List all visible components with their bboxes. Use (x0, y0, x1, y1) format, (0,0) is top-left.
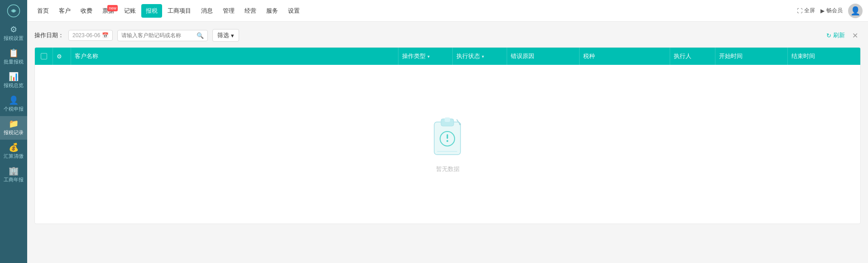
batch-tax-label: 批量报税 (4, 58, 24, 65)
member-button[interactable]: ▶ 畅会员 (820, 7, 843, 15)
date-picker[interactable]: 2023-06-06 📅 (68, 30, 113, 41)
th-client-name-label: 客户名称 (75, 52, 98, 60)
settings-icon[interactable]: ⚙ (57, 53, 62, 60)
search-input[interactable] (121, 32, 197, 39)
sidebar-item-personal-tax[interactable]: 👤 个税申报 (0, 93, 27, 116)
filter-button[interactable]: 筛选 ▾ (212, 29, 239, 42)
calendar-icon: 📅 (102, 32, 109, 39)
batch-tax-icon: 📋 (9, 49, 19, 57)
nav-item-services[interactable]: 服务 (262, 4, 283, 18)
refresh-button[interactable]: ↻ 刷新 (826, 31, 845, 39)
user-avatar[interactable]: 👤 (848, 4, 863, 18)
th-error-reason-label: 错误原因 (511, 52, 534, 60)
nav-item-settings[interactable]: 设置 (283, 4, 304, 18)
nav-item-accounting[interactable]: 记账 (120, 4, 140, 18)
tax-settings-icon: ⚙ (10, 25, 17, 34)
th-checkbox (35, 48, 53, 65)
personal-tax-icon: 👤 (9, 96, 19, 104)
th-executor: 执行人 (670, 48, 715, 65)
operation-type-filter-icon[interactable]: ▾ (427, 54, 430, 59)
nav-item-business[interactable]: 工商项目 (163, 4, 196, 18)
th-tax-type: 税种 (580, 48, 670, 65)
invoices-badge: new (107, 5, 118, 11)
member-label: 畅会员 (826, 7, 843, 15)
tax-settings-label: 报税设置 (4, 35, 24, 42)
table-body: 暂无数据 (35, 65, 860, 224)
main-area: 首页客户收费票据new记账报税工商项目消息管理经营服务设置 ⛶ 全屏 ▶ 畅会员… (27, 0, 868, 263)
search-icon[interactable]: 🔍 (197, 32, 204, 39)
sidebar-item-tax-settings[interactable]: ⚙ 报税设置 (0, 22, 27, 45)
th-exec-status: 执行状态 ▾ (453, 48, 507, 65)
exec-status-filter-icon[interactable]: ▾ (482, 54, 484, 59)
annual-report-icon: 🏢 (9, 167, 19, 175)
nav-item-management[interactable]: 管理 (218, 4, 239, 18)
th-operation-type-label: 操作类型 (402, 52, 426, 60)
nav-item-operations[interactable]: 经营 (240, 4, 261, 18)
sidebar-item-settlement[interactable]: 💰 汇算清缴 (0, 140, 27, 163)
nav-item-messages[interactable]: 消息 (197, 4, 217, 18)
page-content: 操作日期： 2023-06-06 📅 🔍 筛选 ▾ ↻ 刷新 (27, 22, 868, 263)
user-icon: 👤 (850, 6, 860, 16)
filter-bar: 操作日期： 2023-06-06 📅 🔍 筛选 ▾ ↻ 刷新 (34, 29, 861, 42)
video-icon: ▶ (820, 8, 825, 14)
sidebar-item-tax-overview[interactable]: 📊 报税总览 (0, 69, 27, 93)
th-executor-label: 执行人 (674, 52, 691, 60)
data-table: ⚙ 客户名称 操作类型 ▾ 执行状态 ▾ 错误原因 (34, 47, 861, 224)
date-value: 2023-06-06 (72, 32, 100, 39)
nav-item-tax[interactable]: 报税 (141, 4, 162, 18)
tax-overview-icon: 📊 (9, 73, 19, 81)
topnav-right: ⛶ 全屏 ▶ 畅会员 👤 (797, 4, 863, 18)
nav-item-invoices[interactable]: 票据new (98, 4, 119, 18)
fullscreen-icon: ⛶ (797, 8, 802, 14)
th-client-name: 客户名称 (71, 48, 398, 65)
empty-text: 暂无数据 (436, 165, 460, 173)
table-header: ⚙ 客户名称 操作类型 ▾ 执行状态 ▾ 错误原因 (35, 48, 860, 65)
fullscreen-button[interactable]: ⛶ 全屏 (797, 7, 815, 15)
nav-item-home[interactable]: 首页 (33, 4, 53, 18)
close-button[interactable]: ✕ (849, 30, 861, 41)
filter-label-text: 筛选 (217, 31, 229, 39)
th-tax-type-label: 税种 (583, 52, 595, 60)
svg-point-1 (12, 10, 15, 12)
select-all-checkbox[interactable] (41, 53, 47, 59)
svg-rect-4 (445, 117, 450, 122)
fullscreen-label: 全屏 (804, 7, 815, 15)
content-area: 操作日期： 2023-06-06 📅 🔍 筛选 ▾ ↻ 刷新 (27, 22, 868, 263)
sidebar-item-annual-report[interactable]: 🏢 工商年报 (0, 163, 27, 187)
svg-point-9 (459, 123, 461, 125)
date-label: 操作日期： (34, 31, 64, 39)
th-operation-type: 操作类型 ▾ (398, 48, 453, 65)
th-end-time: 结束时间 (788, 48, 860, 65)
th-start-time: 开始时间 (715, 48, 788, 65)
refresh-label: 刷新 (833, 31, 845, 39)
tax-overview-label: 报税总览 (4, 82, 24, 89)
sidebar: ⚙ 报税设置 📋 批量报税 📊 报税总览 👤 个税申报 📁 报税记录 💰 汇算清… (0, 0, 27, 263)
th-exec-status-label: 执行状态 (456, 52, 480, 60)
nav-item-billing[interactable]: 收费 (76, 4, 97, 18)
sidebar-logo (0, 0, 27, 22)
refresh-icon: ↻ (826, 32, 831, 39)
nav-item-customers[interactable]: 客户 (54, 4, 75, 18)
svg-rect-6 (446, 134, 448, 139)
personal-tax-label: 个税申报 (4, 106, 24, 112)
topnav: 首页客户收费票据new记账报税工商项目消息管理经营服务设置 ⛶ 全屏 ▶ 畅会员… (27, 0, 868, 22)
annual-report-label: 工商年报 (4, 176, 24, 183)
settlement-icon: 💰 (9, 143, 19, 151)
tax-records-icon: 📁 (9, 120, 19, 128)
sidebar-item-tax-records[interactable]: 📁 报税记录 (0, 116, 27, 140)
tax-records-label: 报税记录 (4, 129, 24, 136)
empty-illustration (427, 115, 468, 161)
topnav-items: 首页客户收费票据new记账报税工商项目消息管理经营服务设置 (33, 4, 797, 18)
th-end-time-label: 结束时间 (791, 52, 815, 60)
th-start-time-label: 开始时间 (719, 52, 743, 60)
empty-state: 暂无数据 (427, 97, 468, 191)
search-box[interactable]: 🔍 (117, 30, 208, 41)
th-settings: ⚙ (53, 48, 71, 65)
settlement-label: 汇算清缴 (4, 153, 24, 160)
sidebar-item-batch-tax[interactable]: 📋 批量报税 (0, 45, 27, 69)
chevron-down-icon: ▾ (231, 32, 234, 39)
svg-point-7 (446, 140, 448, 142)
th-error-reason: 错误原因 (507, 48, 580, 65)
